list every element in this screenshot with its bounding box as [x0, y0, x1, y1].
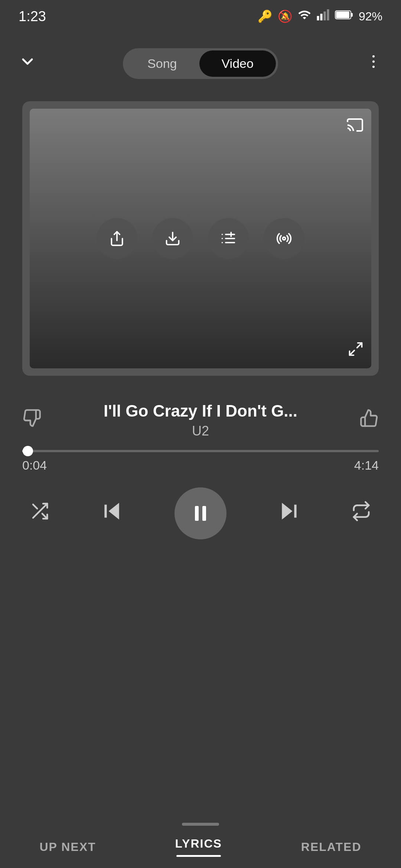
wifi-icon	[298, 8, 311, 24]
related-label: RELATED	[301, 840, 362, 854]
song-title: I'll Go Crazy If I Don't G...	[42, 402, 359, 420]
svg-rect-0	[317, 16, 319, 20]
svg-point-21	[283, 237, 285, 240]
download-button[interactable]	[152, 218, 193, 259]
svg-rect-3	[327, 9, 329, 20]
status-time: 1:23	[19, 9, 46, 24]
svg-rect-1	[320, 14, 322, 20]
song-artist: U2	[42, 423, 359, 439]
add-to-queue-button[interactable]	[208, 218, 249, 259]
song-tab-button[interactable]: Song	[125, 50, 199, 77]
progress-track[interactable]	[22, 450, 379, 452]
tab-related[interactable]: RELATED	[294, 840, 369, 854]
thumbs-down-button[interactable]	[22, 408, 42, 432]
song-video-toggle: Song Video	[123, 48, 278, 79]
svg-rect-6	[351, 13, 353, 17]
previous-button[interactable]	[101, 500, 123, 527]
video-tab-button[interactable]: Video	[199, 50, 276, 77]
fullscreen-icon[interactable]	[348, 341, 364, 361]
thumbs-up-button[interactable]	[359, 408, 379, 432]
tabs-row: UP NEXT LYRICS RELATED	[0, 837, 401, 857]
svg-rect-29	[195, 506, 199, 521]
svg-marker-31	[283, 504, 292, 519]
svg-marker-27	[110, 504, 119, 519]
progress-current-time: 0:04	[22, 458, 47, 473]
svg-line-26	[33, 504, 37, 509]
svg-point-7	[372, 55, 375, 57]
share-button[interactable]	[97, 218, 137, 259]
up-next-label: UP NEXT	[39, 840, 96, 854]
shuffle-button[interactable]	[30, 501, 50, 526]
svg-rect-30	[202, 506, 206, 521]
bottom-tabs: UP NEXT LYRICS RELATED	[0, 815, 401, 868]
status-icons: 🔑 🔕 92%	[258, 8, 382, 24]
tab-up-next[interactable]: UP NEXT	[32, 840, 103, 854]
progress-times: 0:04 4:14	[22, 458, 379, 473]
video-action-buttons	[97, 218, 304, 259]
playback-controls	[0, 473, 401, 554]
cast-icon[interactable]	[346, 116, 364, 138]
svg-point-9	[372, 66, 375, 68]
video-screen[interactable]	[30, 109, 371, 368]
battery-icon	[335, 9, 353, 23]
video-player	[22, 101, 379, 376]
next-button[interactable]	[278, 500, 300, 527]
status-bar: 1:23 🔑 🔕 92%	[0, 0, 401, 30]
svg-line-22	[357, 343, 362, 348]
song-info: I'll Go Crazy If I Don't G... U2	[0, 387, 401, 443]
svg-rect-5	[336, 11, 349, 18]
drag-handle[interactable]	[182, 823, 219, 826]
tab-lyrics[interactable]: LYRICS	[167, 837, 229, 857]
radio-button[interactable]	[264, 218, 304, 259]
header: Song Video	[0, 37, 401, 90]
key-icon: 🔑	[258, 9, 273, 23]
svg-point-8	[372, 60, 375, 63]
notification-muted-icon: 🔕	[278, 9, 293, 23]
more-menu-button[interactable]	[365, 53, 382, 75]
repeat-button[interactable]	[351, 501, 371, 526]
svg-line-23	[350, 351, 355, 355]
play-pause-button[interactable]	[175, 487, 226, 539]
song-title-area: I'll Go Crazy If I Don't G... U2	[42, 402, 359, 439]
battery-percentage: 92%	[359, 10, 382, 23]
svg-rect-2	[323, 11, 326, 20]
collapse-button[interactable]	[19, 53, 36, 75]
signal-icon	[316, 8, 330, 24]
progress-thumb[interactable]	[23, 446, 33, 456]
progress-total-time: 4:14	[354, 458, 379, 473]
lyrics-underline	[176, 855, 221, 857]
progress-container: 0:04 4:14	[0, 443, 401, 473]
lyrics-label: LYRICS	[175, 837, 222, 851]
